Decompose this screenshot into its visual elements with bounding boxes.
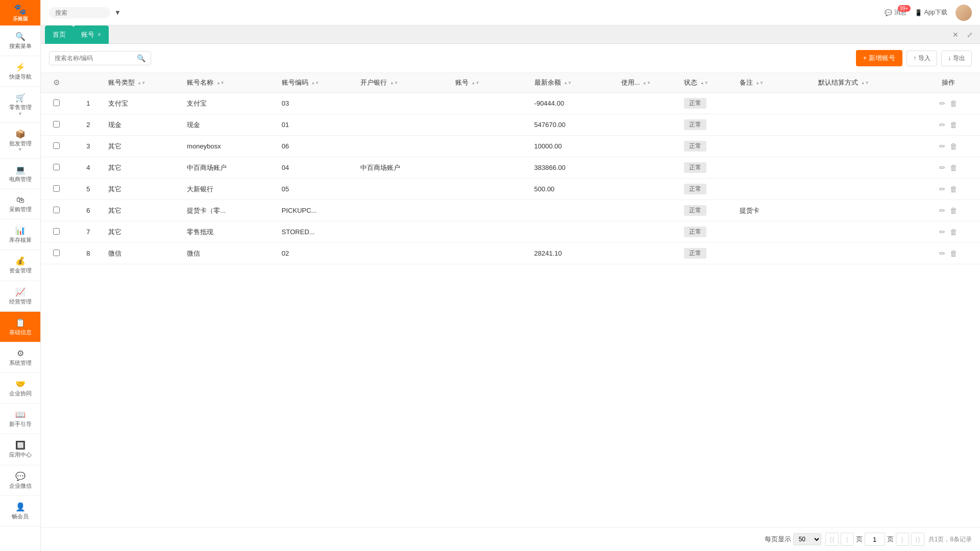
sidebar-item-system[interactable]: ⚙系统管理	[0, 342, 40, 373]
tab-account-close[interactable]: ×	[97, 32, 101, 38]
prev-page-button[interactable]: ⟨	[841, 533, 854, 546]
sidebar-item-ecommerce[interactable]: 💻电商管理	[0, 159, 40, 189]
add-account-button[interactable]: + 新增账号	[856, 50, 902, 66]
sidebar-item-operation[interactable]: 📈经营管理	[0, 281, 40, 312]
delete-button[interactable]: 🗑	[950, 163, 958, 172]
edit-button[interactable]: ✏	[939, 206, 946, 215]
edit-button[interactable]: ✏	[939, 228, 946, 237]
row-action-cell: ✏ 🗑	[917, 93, 980, 114]
row-checkbox[interactable]	[53, 228, 60, 235]
row-checkbox-cell[interactable]	[41, 243, 72, 264]
edit-button[interactable]: ✏	[939, 142, 946, 151]
row-checkbox[interactable]	[53, 121, 60, 128]
row-balance	[530, 200, 617, 221]
import-button[interactable]: ↑ 导入	[906, 51, 937, 66]
topbar-dropdown[interactable]: ▼	[114, 9, 121, 16]
edit-button[interactable]: ✏	[939, 163, 946, 172]
sidebar-item-basic[interactable]: 📋基础信息	[0, 312, 40, 342]
purchase-icon: 🛍	[16, 195, 24, 205]
row-checkbox[interactable]	[53, 164, 60, 170]
delete-button[interactable]: 🗑	[950, 142, 958, 151]
phone-icon: 📱	[915, 9, 922, 16]
settings-icon[interactable]: ⚙	[53, 78, 60, 87]
row-checkbox-cell[interactable]	[41, 157, 72, 179]
col-code[interactable]: 账号编码 ▲▼	[278, 73, 357, 93]
account-search-box[interactable]: 🔍	[49, 51, 151, 65]
col-status[interactable]: 状态 ▲▼	[680, 73, 735, 93]
first-page-button[interactable]: ⟨⟨	[825, 533, 839, 546]
col-balance[interactable]: 最新余额 ▲▼	[530, 73, 617, 93]
account-search-input[interactable]	[55, 55, 134, 62]
col-type[interactable]: 账号类型 ▲▼	[104, 73, 183, 93]
sidebar-item-wechat[interactable]: 💬企业微信	[0, 465, 40, 496]
tab-close-button[interactable]: ✕	[949, 29, 962, 41]
col-account[interactable]: 账号 ▲▼	[451, 73, 530, 93]
col-use[interactable]: 使用... ▲▼	[617, 73, 680, 93]
sidebar-item-apps[interactable]: 🔲应用中心	[0, 434, 40, 465]
row-use	[617, 136, 680, 157]
page-number-input[interactable]	[865, 533, 885, 546]
sidebar-item-inventory[interactable]: 📊库存核算	[0, 219, 40, 250]
delete-button[interactable]: 🗑	[950, 206, 958, 215]
row-checkbox-cell[interactable]	[41, 200, 72, 221]
delete-button[interactable]: 🗑	[950, 185, 958, 194]
row-checkbox[interactable]	[53, 185, 60, 192]
delete-button[interactable]: 🗑	[950, 120, 958, 130]
row-checkbox[interactable]	[53, 207, 60, 213]
col-name[interactable]: 账号名称 ▲▼	[183, 73, 278, 93]
edit-button[interactable]: ✏	[939, 99, 946, 108]
row-default	[814, 200, 917, 221]
next-page-button[interactable]: ⟩	[896, 533, 909, 546]
row-remark	[736, 179, 815, 200]
edit-button[interactable]: ✏	[939, 249, 946, 258]
per-page-dropdown[interactable]: 50 100 200	[793, 533, 821, 545]
row-checkbox[interactable]	[53, 99, 60, 106]
row-checkbox[interactable]	[53, 249, 60, 256]
sidebar-item-quick[interactable]: ⚡快捷导航	[0, 56, 40, 87]
row-checkbox-cell[interactable]	[41, 136, 72, 157]
sidebar-item-guide[interactable]: 📖新手引导	[0, 404, 40, 434]
import-label: 导入	[918, 54, 930, 63]
topbar-left: ▼	[49, 7, 121, 18]
topbar-search-input[interactable]	[55, 9, 96, 16]
row-name: moneybosx	[183, 136, 278, 157]
sidebar-item-search[interactable]: 🔍搜索菜单	[0, 26, 40, 56]
col-settings[interactable]: ⚙	[41, 73, 72, 93]
sidebar-item-member[interactable]: 👤畅会员	[0, 496, 40, 527]
row-balance: 500.00	[530, 179, 617, 200]
edit-button[interactable]: ✏	[939, 185, 946, 194]
last-page-button[interactable]: ⟩⟩	[911, 533, 924, 546]
app-download-button[interactable]: 📱 App下载	[915, 8, 947, 17]
delete-button[interactable]: 🗑	[950, 249, 958, 258]
row-checkbox-cell[interactable]	[41, 179, 72, 200]
sidebar-item-agreement[interactable]: 🤝企业协同	[0, 373, 40, 404]
edit-button[interactable]: ✏	[939, 120, 946, 130]
sidebar-item-finance[interactable]: 💰资金管理	[0, 250, 40, 281]
delete-button[interactable]: 🗑	[950, 228, 958, 237]
col-remark[interactable]: 备注 ▲▼	[736, 73, 815, 93]
table-row: 3 其它 moneybosx 06 10000.00 正常 ✏ 🗑	[41, 136, 980, 157]
row-checkbox-cell[interactable]	[41, 93, 72, 114]
sidebar-item-wholesale[interactable]: 📦批发管理▼	[0, 123, 40, 159]
export-button[interactable]: ↓ 导出	[941, 51, 972, 66]
delete-button[interactable]: 🗑	[950, 99, 958, 108]
message-button[interactable]: 💬 消息 99+	[885, 8, 906, 17]
tab-home[interactable]: 首页	[45, 26, 74, 44]
sidebar-nav: 🔍搜索菜单⚡快捷导航🛒零售管理▼📦批发管理▼💻电商管理🛍采购管理📊库存核算💰资金…	[0, 26, 40, 551]
sidebar-item-retail[interactable]: 🛒零售管理▼	[0, 87, 40, 122]
sort-account-icon: ▲▼	[472, 81, 480, 85]
row-checkbox[interactable]	[53, 142, 60, 149]
tab-account[interactable]: 账号 ×	[74, 26, 109, 44]
col-default[interactable]: 默认结算方式 ▲▼	[814, 73, 917, 93]
sidebar-item-purchase[interactable]: 🛍采购管理	[0, 189, 40, 219]
topbar-search-box[interactable]	[49, 7, 110, 18]
row-type: 其它	[104, 136, 183, 157]
user-avatar[interactable]	[955, 5, 972, 21]
tab-fullscreen-button[interactable]: ⤢	[964, 29, 976, 41]
col-bank[interactable]: 开户银行 ▲▼	[356, 73, 451, 93]
row-checkbox-cell[interactable]	[41, 221, 72, 243]
basic-icon: 📋	[15, 318, 26, 328]
status-badge: 正常	[684, 184, 706, 194]
row-account	[451, 136, 530, 157]
row-checkbox-cell[interactable]	[41, 114, 72, 136]
